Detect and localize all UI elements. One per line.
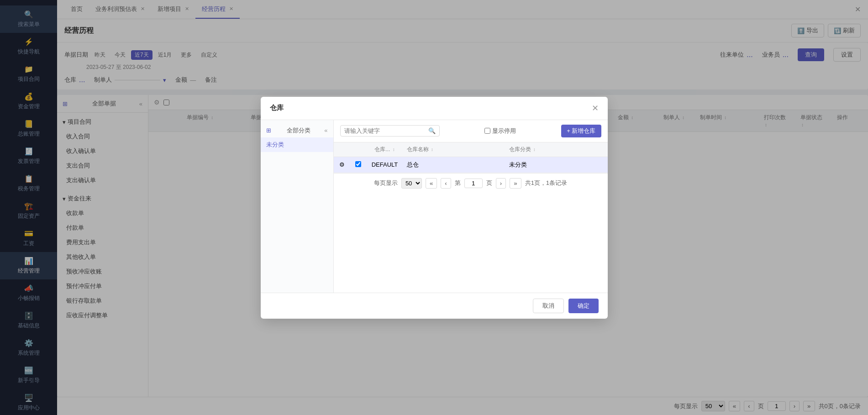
show-disabled-label: 显示停用: [492, 127, 516, 135]
collapse-modal-sidebar-btn[interactable]: «: [324, 127, 327, 134]
add-warehouse-btn[interactable]: + 新增仓库: [561, 125, 601, 137]
row-check[interactable]: [350, 161, 367, 168]
category-sort-icon: ↕: [533, 147, 536, 152]
modal-search-input[interactable]: [344, 127, 426, 134]
modal-col-id[interactable]: 仓库... ↕: [367, 146, 403, 153]
modal-sidebar-header: ⊞ 全部分类 «: [261, 124, 333, 137]
modal-perpage-label: 每页显示: [374, 179, 398, 187]
id-sort-icon: ↕: [393, 147, 395, 152]
confirm-button[interactable]: 确定: [568, 299, 599, 313]
modal-sidebar-scroll[interactable]: [261, 152, 333, 289]
grid-icon-modal: ⊞: [266, 127, 271, 134]
modal-page-label: 第: [455, 179, 461, 187]
modal-overlay[interactable]: 仓库 ✕ ⊞ 全部分类 « 未分类 🔍: [0, 0, 868, 415]
modal-last-btn[interactable]: »: [510, 178, 521, 189]
modal-table-body: ⚙ DEFAULT 总仓 未分类: [334, 157, 608, 173]
row-id: DEFAULT: [367, 161, 403, 168]
gear-icon-row: ⚙: [339, 161, 345, 168]
search-icon-modal: 🔍: [428, 127, 436, 134]
table-row[interactable]: ⚙ DEFAULT 总仓 未分类: [334, 157, 608, 173]
modal-sidebar: ⊞ 全部分类 « 未分类: [261, 120, 334, 293]
row-checkbox[interactable]: [355, 161, 361, 167]
modal-title: 仓库: [270, 104, 284, 112]
modal-col-category[interactable]: 仓库分类 ↕: [505, 146, 608, 153]
modal-next-btn[interactable]: ›: [496, 178, 506, 189]
row-category: 未分类: [505, 161, 608, 169]
modal-header: 仓库 ✕: [261, 97, 608, 120]
modal-page-label2: 页: [486, 179, 492, 187]
modal-first-btn[interactable]: «: [426, 178, 437, 189]
show-disabled-checkbox[interactable]: [484, 128, 490, 134]
warehouse-modal: 仓库 ✕ ⊞ 全部分类 « 未分类 🔍: [261, 97, 608, 319]
modal-close-btn[interactable]: ✕: [592, 103, 599, 113]
modal-footer: 取消 确定: [261, 293, 608, 319]
modal-total-label: 共1页，1条记录: [525, 179, 567, 187]
modal-search-box[interactable]: 🔍: [340, 125, 440, 137]
name-sort-icon: ↕: [431, 147, 433, 152]
modal-perpage-select[interactable]: 50: [401, 178, 422, 189]
modal-toolbar: 🔍 显示停用 + 新增仓库: [334, 120, 608, 142]
row-name: 总仓: [403, 161, 505, 169]
modal-pager: 每页显示 50 « ‹ 第 1 页 › » 共1页，1条记录: [334, 173, 608, 193]
modal-page-input[interactable]: [464, 179, 483, 188]
show-disabled-check[interactable]: 显示停用: [484, 127, 516, 135]
modal-body: ⊞ 全部分类 « 未分类 🔍 显示停用: [261, 120, 608, 293]
row-gear[interactable]: ⚙: [334, 161, 350, 168]
modal-table-header: 仓库... ↕ 仓库名称 ↕ 仓库分类 ↕: [334, 142, 608, 157]
modal-prev-btn[interactable]: ‹: [441, 178, 451, 189]
cancel-button[interactable]: 取消: [533, 299, 564, 313]
all-categories-label: 全部分类: [287, 126, 310, 135]
modal-col-name[interactable]: 仓库名称 ↕: [403, 146, 505, 153]
modal-category-unclassified[interactable]: 未分类: [261, 137, 333, 152]
modal-content: 🔍 显示停用 + 新增仓库 仓库... ↕: [334, 120, 608, 293]
